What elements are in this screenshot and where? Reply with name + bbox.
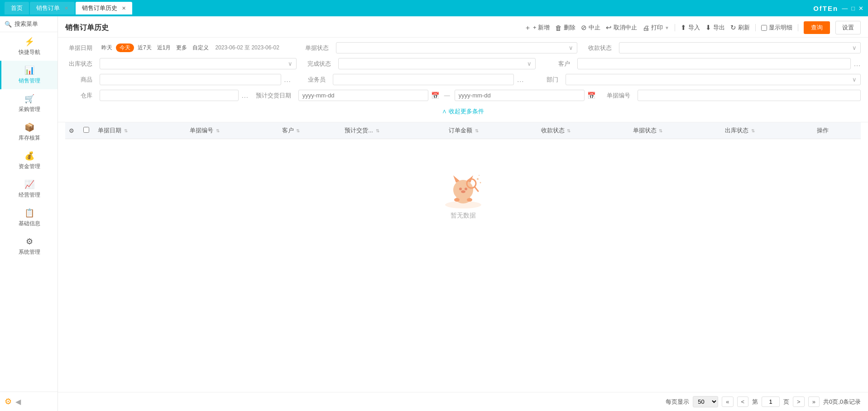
calendar-start-icon[interactable]: 📅 <box>431 92 440 100</box>
sidebar-search[interactable]: 🔍 搜索菜单 <box>0 16 58 32</box>
select-all-checkbox[interactable] <box>83 127 89 133</box>
export-button[interactable]: ⬇ 导出 <box>705 24 725 32</box>
window-close[interactable]: ✕ <box>858 5 863 12</box>
import-button[interactable]: ⬆ 导入 <box>681 24 700 32</box>
calendar-end-icon[interactable]: 📅 <box>587 92 596 100</box>
sidebar-item-sys-mgmt[interactable]: ⚙ 系统管理 <box>0 232 58 261</box>
window-minimize[interactable]: — <box>842 5 848 12</box>
sidebar-settings-icon[interactable]: ⚙ <box>5 396 12 406</box>
warehouse-field: … <box>100 90 249 101</box>
department-select[interactable]: ∨ <box>566 74 861 85</box>
col-header-doc-date[interactable]: 单据日期 ⇅ <box>94 122 186 139</box>
collapse-more-button[interactable]: ∧ 收起更多条件 <box>65 106 861 117</box>
outbound-status-label: 出库状态 <box>65 60 92 68</box>
col-header-order-amount[interactable]: 订单金额 ⇅ <box>445 122 537 139</box>
customer-field: … <box>577 58 861 69</box>
stop-button[interactable]: ⊘ 中止 <box>581 24 600 32</box>
col-header-outbound-status[interactable]: 出库状态 ⇅ <box>721 122 813 139</box>
close-sales-order-history-tab[interactable]: ✕ <box>122 5 126 11</box>
sidebar-item-quick-nav[interactable]: ⚡ 快捷导航 <box>0 32 58 61</box>
tab-sales-order-history[interactable]: 销售订单历史 ✕ <box>76 2 132 15</box>
show-details-checkbox[interactable] <box>761 25 767 31</box>
cancel-stop-button[interactable]: ↩ 取消中止 <box>606 24 637 32</box>
doc-status-label: 单据状态 <box>302 44 329 52</box>
print-button[interactable]: 🖨 打印 ▼ <box>643 24 669 32</box>
first-page-button[interactable]: « <box>722 396 733 407</box>
col-header-doc-no[interactable]: 单据编号 ⇅ <box>186 122 278 139</box>
outbound-status-select[interactable]: ∨ <box>100 58 297 69</box>
next-page-button[interactable]: > <box>793 396 805 407</box>
filter-row-4: 仓库 … 预计交货日期 📅 — 📅 单据编号 <box>65 90 861 101</box>
customer-label: 客户 <box>543 60 570 68</box>
col-header-receipt-status[interactable]: 收款状态 ⇅ <box>537 122 629 139</box>
sales-mgmt-icon: 📊 <box>24 65 34 75</box>
date-range-display: 2023-06-02 至 2023-06-02 <box>215 44 279 52</box>
window-maximize[interactable]: □ <box>851 5 855 12</box>
col-header-expected-delivery[interactable]: 预计交货... ⇅ <box>341 122 445 139</box>
date-btn-today[interactable]: 今天 <box>116 44 134 52</box>
doc-date-field: 昨天 今天 近7天 近1月 更多 自定义 2023-06-02 至 2023-0… <box>100 44 294 52</box>
page-size-select[interactable]: 20 50 100 <box>693 396 718 407</box>
completion-status-select[interactable]: ∨ <box>338 58 535 69</box>
date-btn-1month[interactable]: 近1月 <box>155 44 173 52</box>
warehouse-input[interactable] <box>100 90 239 101</box>
date-btn-custom[interactable]: 自定义 <box>191 44 211 52</box>
sys-mgmt-icon: ⚙ <box>26 237 33 247</box>
tab-home[interactable]: 首页 <box>5 2 29 15</box>
product-dots-button[interactable]: … <box>284 76 291 84</box>
sidebar-item-purchase-mgmt[interactable]: 🛒 采购管理 <box>0 89 58 118</box>
total-label: 共0页,0条记录 <box>823 398 861 406</box>
completion-status-label: 完成状态 <box>304 60 331 68</box>
operations-icon: 📈 <box>24 179 34 189</box>
toolbar: ＋ + 新增 🗑 删除 ⊘ 中止 ↩ 取消中止 🖨 打印 <box>524 21 861 34</box>
product-label: 商品 <box>65 76 92 84</box>
sidebar-item-sales-mgmt[interactable]: 📊 销售管理 <box>0 61 58 89</box>
department-label: 部门 <box>531 76 558 84</box>
sidebar-collapse-icon[interactable]: ◀ <box>15 397 21 406</box>
sort-doc-date-icon: ⇅ <box>124 128 128 133</box>
col-header-customer[interactable]: 客户 ⇅ <box>278 122 341 139</box>
customer-dots-button[interactable]: … <box>854 60 861 68</box>
outbound-status-arrow-icon: ∨ <box>288 60 293 67</box>
sidebar-item-operations[interactable]: 📈 经营管理 <box>0 175 58 203</box>
sidebar-item-inventory[interactable]: 📦 库存核算 <box>0 118 58 146</box>
table-settings-header[interactable]: ⚙ <box>65 122 80 139</box>
close-sales-order-tab[interactable]: ✕ <box>64 5 68 11</box>
receipt-status-select[interactable]: ∨ <box>619 42 861 53</box>
sidebar-item-basic-info[interactable]: 📋 基础信息 <box>0 203 58 232</box>
show-details-checkbox-label[interactable]: 显示明细 <box>761 24 792 32</box>
customer-input[interactable] <box>577 58 851 69</box>
svg-point-6 <box>461 190 465 193</box>
doc-status-select[interactable]: ∨ <box>336 42 578 53</box>
product-input[interactable] <box>100 74 281 85</box>
date-buttons: 昨天 今天 近7天 近1月 更多 自定义 <box>100 44 211 52</box>
empty-state: 暂无数据 <box>65 139 861 247</box>
delete-button[interactable]: 🗑 删除 <box>555 24 575 32</box>
expected-date-label: 预计交货日期 <box>256 92 291 100</box>
setting-button[interactable]: 设置 <box>835 21 861 34</box>
prev-page-button[interactable]: < <box>737 396 749 407</box>
table-check-header[interactable] <box>80 122 94 139</box>
salesman-label: 业务员 <box>298 76 326 84</box>
query-button[interactable]: 查询 <box>804 21 830 34</box>
expected-date-start[interactable] <box>298 90 428 101</box>
page-title: 销售订单历史 <box>65 23 109 33</box>
date-btn-7days[interactable]: 近7天 <box>136 44 153 52</box>
expected-date-end[interactable] <box>455 90 585 101</box>
page-word: 第 <box>752 398 758 406</box>
refresh-button[interactable]: ↻ 刷新 <box>730 24 750 32</box>
warehouse-dots-button[interactable]: … <box>241 92 249 100</box>
salesman-input[interactable] <box>333 74 514 85</box>
toolbar-divider-3 <box>798 24 798 31</box>
new-button[interactable]: ＋ + 新增 <box>524 24 550 32</box>
date-btn-yesterday[interactable]: 昨天 <box>100 44 114 52</box>
last-page-button[interactable]: » <box>808 396 820 407</box>
doc-no-input[interactable] <box>638 90 861 101</box>
date-btn-more[interactable]: 更多 <box>174 44 189 52</box>
sidebar-item-finance[interactable]: 💰 资金管理 <box>0 146 58 175</box>
page-number-input[interactable] <box>762 396 780 407</box>
col-header-doc-status[interactable]: 单据状态 ⇅ <box>629 122 721 139</box>
table-settings-icon[interactable]: ⚙ <box>69 127 74 134</box>
salesman-dots-button[interactable]: … <box>517 76 524 84</box>
tab-sales-order[interactable]: 销售订单 ✕ <box>30 2 75 15</box>
